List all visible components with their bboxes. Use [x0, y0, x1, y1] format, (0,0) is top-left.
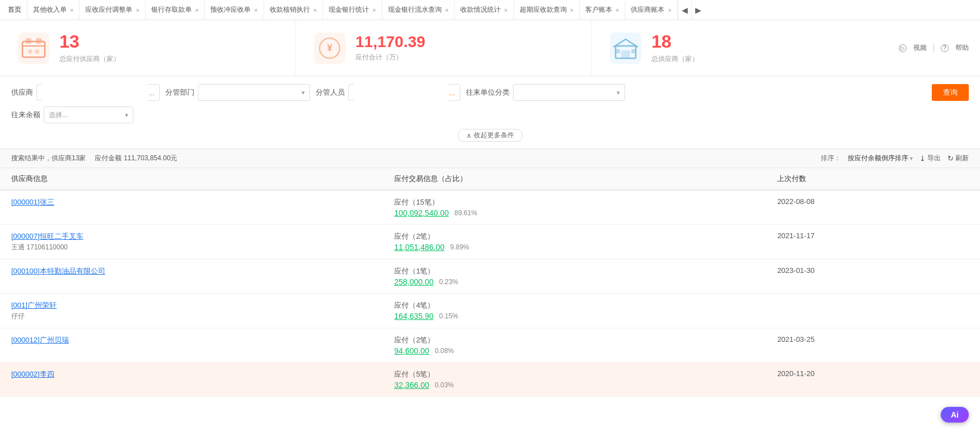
result-supplier-count: 搜索结果中，供应商13家	[11, 154, 86, 163]
close-icon[interactable]: ×	[372, 7, 376, 13]
tx-pct: 0.23%	[439, 278, 458, 286]
table-row: [000100]本特勤油品有限公司 应付（1笔） 258,000.00 0.23…	[0, 259, 980, 294]
nav-tab-home[interactable]: 首页	[2, 0, 27, 20]
nav-tab-customer-account[interactable]: 客户账本 ×	[580, 0, 625, 20]
tx-label: 应付（2笔）	[394, 335, 777, 345]
nav-tab-cash-bank-flow[interactable]: 现金银行流水查询 ×	[382, 0, 455, 20]
svg-rect-14	[631, 49, 636, 53]
last-pay-date: 2021-11-17	[777, 231, 815, 240]
tx-amount[interactable]: 94,600.00	[394, 346, 429, 355]
supplier-link[interactable]: [000002]李四	[11, 370, 54, 378]
balance-select-value: 选择...	[49, 110, 68, 120]
supplier-input[interactable]	[41, 84, 149, 101]
video-link[interactable]: 视频	[913, 43, 927, 53]
balance-select[interactable]: 选择... ▾	[44, 106, 133, 123]
nav-tab-other-income[interactable]: 其他收入单 ×	[27, 0, 80, 20]
export-button[interactable]: ⤓ 导出	[919, 154, 941, 163]
person-ellipsis-btn[interactable]: ...	[449, 89, 455, 97]
supplier-link[interactable]: [000100]本特勤油品有限公司	[11, 267, 105, 275]
nav-tab-ap-adjustment[interactable]: 应收应付调整单 ×	[80, 0, 145, 20]
last-pay-date: 2020-11-20	[777, 369, 815, 378]
tx-amount[interactable]: 32,366.00	[394, 381, 429, 390]
dept-arrow-icon: ▾	[302, 89, 305, 96]
stats-bar-links: ▷ 视频 ? 帮助	[887, 20, 980, 76]
nav-tab-supplier-account[interactable]: 供应商账本 ×	[625, 0, 677, 20]
close-icon[interactable]: ×	[254, 7, 257, 13]
collapse-button[interactable]: ∧ 收起更多条件	[458, 129, 523, 142]
filter-row-2: 往来余额 选择... ▾	[11, 106, 969, 123]
supplier-info-cell: [000002]李四	[11, 369, 394, 379]
sort-value: 按应付余额倒序排序	[848, 154, 908, 163]
close-icon[interactable]: ×	[616, 7, 619, 13]
col-header-lastpay: 上次付数	[777, 174, 969, 184]
supplier-sub: 王通 17106110000	[11, 243, 394, 252]
last-pay-cell: 2020-11-20	[777, 369, 969, 378]
last-pay-date: 2022-08-08	[777, 197, 815, 206]
tx-amount[interactable]: 11,051,486.00	[394, 243, 445, 252]
sort-down-icon: ▾	[910, 155, 913, 161]
col-header-tx: 应付交易信息（占比）	[394, 174, 777, 184]
category-select[interactable]: ▾	[513, 84, 625, 101]
close-icon[interactable]: ×	[570, 7, 574, 13]
tx-info-cell: 应付（2笔） 94,600.00 0.08%	[394, 335, 777, 355]
tx-label: 应付（5笔）	[394, 369, 777, 379]
nav-tab-bank-deposit[interactable]: 银行存取款单 ×	[146, 0, 205, 20]
ai-button[interactable]: Ai	[941, 407, 969, 423]
filter-balance: 往来余额 选择... ▾	[11, 106, 133, 123]
nav-tab-overdue[interactable]: 超期应收款查询 ×	[514, 0, 580, 20]
result-actions: 排序： 按应付余额倒序排序 ▾ ⤓ 导出 ↻ 刷新	[821, 154, 969, 163]
tx-pct: 0.08%	[434, 347, 454, 355]
nav-tab-ap-label: 应收应付调整单	[85, 5, 132, 15]
store-icon	[609, 31, 642, 65]
svg-rect-10	[610, 33, 641, 64]
nav-tab-collection-exec[interactable]: 收款核销执行 ×	[264, 0, 323, 20]
query-button[interactable]: 查询	[932, 84, 969, 101]
stat-info-total-supplier: 18 总供应商（家）	[651, 32, 699, 63]
table-row: [000007]恒旺二手叉车 王通 17106110000 应付（2笔） 11,…	[0, 225, 980, 259]
svg-point-5	[28, 49, 33, 54]
supplier-link[interactable]: [001]广州荣轩	[11, 301, 57, 309]
nav-next-button[interactable]: ▶	[691, 0, 705, 20]
nav-tab-bank-label: 银行存取款单	[151, 5, 192, 15]
nav-tab-collection-stat[interactable]: 收款情况统计 ×	[455, 0, 514, 20]
close-icon[interactable]: ×	[70, 7, 73, 13]
tx-amount[interactable]: 100,092,540.00	[394, 208, 449, 217]
result-amount: 应付金额 111,703,854.00元	[95, 154, 177, 163]
last-pay-cell: 2022-08-08	[777, 197, 969, 206]
stat-number-supplier-count: 13	[59, 32, 120, 52]
close-icon[interactable]: ×	[195, 7, 198, 13]
close-icon[interactable]: ×	[445, 7, 449, 13]
sort-select[interactable]: 按应付余额倒序排序 ▾	[848, 154, 913, 163]
dept-filter-label: 分管部门	[165, 87, 195, 98]
person-input[interactable]	[353, 84, 449, 101]
close-icon[interactable]: ×	[136, 7, 139, 13]
result-info: 搜索结果中，供应商13家 应付金额 111,703,854.00元	[11, 154, 177, 163]
dept-select[interactable]: ▾	[198, 84, 310, 101]
stat-info-supplier-count: 13 总应付供应商（家）	[59, 32, 120, 63]
nav-prev-button[interactable]: ◀	[678, 0, 691, 20]
help-link[interactable]: 帮助	[955, 43, 969, 53]
supplier-link[interactable]: [000012]广州贝瑞	[11, 336, 69, 344]
top-navigation: 首页 其他收入单 × 应收应付调整单 × 银行存取款单 × 预收冲应收单 × 收…	[0, 0, 980, 20]
tx-amount[interactable]: 258,000.00	[394, 277, 433, 286]
close-icon[interactable]: ×	[313, 7, 317, 13]
nav-tab-prepay[interactable]: 预收冲应收单 ×	[205, 0, 264, 20]
close-icon[interactable]: ×	[504, 7, 507, 13]
last-pay-cell: 2021-11-17	[777, 231, 969, 240]
tx-label: 应付（15笔）	[394, 197, 777, 207]
supplier-link[interactable]: [000007]恒旺二手叉车	[11, 232, 84, 240]
refresh-button[interactable]: ↻ 刷新	[947, 154, 969, 163]
supplier-ellipsis-btn[interactable]: ...	[149, 89, 155, 97]
table-header: 供应商信息 应付交易信息（占比） 上次付数	[0, 168, 980, 191]
svg-text:¥: ¥	[327, 43, 332, 53]
svg-rect-3	[36, 38, 41, 44]
balance-arrow-icon: ▾	[125, 112, 128, 119]
tx-amount[interactable]: 164,635.90	[394, 312, 433, 321]
sort-label: 排序：	[821, 154, 841, 163]
category-arrow-icon: ▾	[617, 89, 620, 96]
nav-tab-cash-bank-stat[interactable]: 现金银行统计 ×	[323, 0, 382, 20]
tx-info-cell: 应付（1笔） 258,000.00 0.23%	[394, 266, 777, 286]
close-icon[interactable]: ×	[668, 7, 671, 13]
supplier-link[interactable]: [000001]张三	[11, 198, 54, 206]
refresh-label: 刷新	[955, 154, 969, 163]
